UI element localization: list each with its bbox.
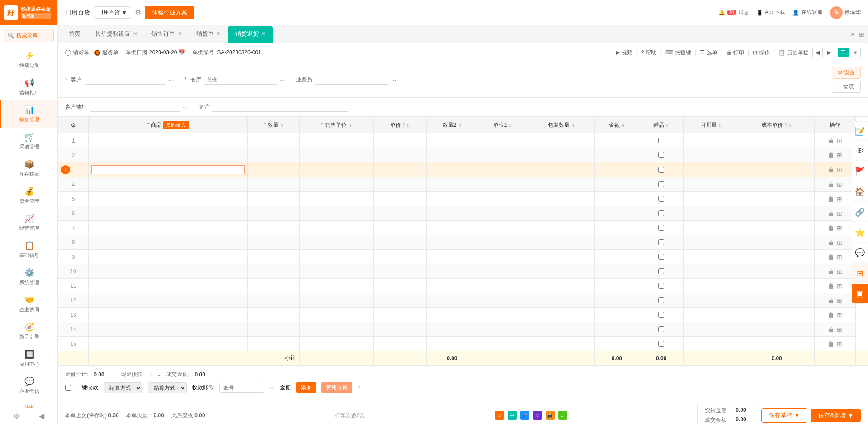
sale-unit-cell[interactable]	[300, 133, 374, 148]
pack-qty-cell[interactable]	[528, 133, 594, 148]
sidebar-item-wechat[interactable]: 💬 企业微信	[0, 372, 57, 399]
select-action[interactable]: ☰ 选单	[700, 49, 717, 57]
qty2-cell[interactable]	[427, 162, 477, 177]
unit-price-cell[interactable]	[373, 162, 427, 177]
right-sidebar-house[interactable]: 🏠	[852, 182, 868, 201]
tab-home[interactable]: 首页	[61, 26, 88, 43]
address-input[interactable]	[90, 102, 180, 112]
user-avatar[interactable]: 头 徐泽华	[830, 6, 861, 19]
operation-action[interactable]: ⊡ 操作	[753, 49, 770, 57]
right-sidebar-table[interactable]: ⊞	[852, 263, 868, 283]
product-cell-active[interactable]	[89, 162, 248, 177]
copy-row-icon[interactable]: ⊞	[837, 224, 842, 232]
tab-sale-order-close[interactable]: ✕	[178, 31, 182, 37]
list-view-btn[interactable]: ☰	[838, 48, 849, 57]
available-cell[interactable]	[684, 162, 739, 177]
amount-cell[interactable]	[594, 162, 639, 177]
radio-sale-input[interactable]	[65, 50, 71, 56]
amount-cell[interactable]	[594, 133, 639, 148]
sale-unit-cell[interactable]	[300, 148, 374, 162]
tab-sale-price[interactable]: 售价提取设置 ✕	[88, 26, 144, 43]
fee-help-icon[interactable]: ?	[358, 385, 360, 391]
prev-record-btn[interactable]: ◀	[812, 48, 823, 57]
pack-qty-cell[interactable]	[528, 162, 594, 177]
qty2-cell[interactable]	[427, 148, 477, 162]
cost-price-cell[interactable]	[739, 162, 815, 177]
copy-row-icon[interactable]: ⊞	[837, 340, 842, 348]
right-sidebar-flag[interactable]: 🚩	[852, 162, 868, 181]
copy-row-icon[interactable]: ⊞	[837, 326, 842, 333]
delete-row-icon[interactable]: 🗑	[828, 253, 834, 261]
installment-help-icon[interactable]: ?	[149, 413, 152, 418]
gift-checkbox[interactable]	[658, 326, 664, 332]
sidebar-item-appstore[interactable]: 🔲 应用中心	[0, 345, 57, 372]
sidebar-item-system[interactable]: ⚙️ 系统管理	[0, 263, 57, 291]
copy-row-icon[interactable]: ⊞	[837, 152, 842, 159]
copy-row-icon[interactable]: ⊞	[837, 239, 842, 246]
account-select-icon[interactable]: ···	[270, 385, 274, 391]
grid-view-btn[interactable]: ⊞	[850, 48, 861, 57]
billing-method-select[interactable]: 结算方式	[104, 382, 142, 393]
discount-help-icon[interactable]: ?	[149, 372, 152, 377]
sidebar-item-vip[interactable]: 👑 畅会员	[0, 399, 57, 408]
gift-checkbox[interactable]	[658, 181, 664, 187]
gift-cell[interactable]	[639, 148, 684, 162]
copy-row-icon[interactable]: ⊞	[837, 181, 842, 188]
help-action[interactable]: ? 帮助	[641, 49, 657, 57]
gift-checkbox[interactable]	[658, 152, 664, 158]
gift-checkbox[interactable]	[658, 225, 664, 231]
settings-button[interactable]: ⚙ 设置	[832, 67, 861, 79]
settings-footer-icon[interactable]: ⚙	[13, 412, 19, 420]
sidebar-item-shortcut[interactable]: ⚡ 快捷导航	[0, 46, 57, 73]
right-sidebar-star[interactable]: ⭐	[852, 223, 868, 242]
gift-checkbox[interactable]	[658, 239, 664, 245]
delete-row-icon[interactable]: 🗑	[828, 297, 834, 304]
sidebar-item-basic[interactable]: 📋 基础信息	[0, 236, 57, 263]
search-menu-button[interactable]: 🔍 搜索菜单	[4, 29, 54, 42]
tab-sale-bill[interactable]: 销货单 ✕	[189, 26, 228, 43]
page-select[interactable]: 日用百货 ▼	[94, 6, 131, 19]
sidebar-item-marketing[interactable]: 📢 营销推广	[0, 73, 57, 100]
qty2-cell[interactable]	[427, 133, 477, 148]
customer-select-icon[interactable]: ···	[169, 76, 174, 83]
copy-row-icon[interactable]: ⊞	[837, 166, 842, 173]
warehouse-input[interactable]	[204, 75, 277, 85]
online-service-link[interactable]: 👤 在线客服	[793, 9, 823, 16]
tab-sale-order[interactable]: 销售订单 ✕	[144, 26, 189, 43]
tab-sale-price-close[interactable]: ✕	[133, 31, 137, 37]
gift-checkbox[interactable]	[658, 268, 664, 274]
one-click-payment-checkbox[interactable]	[65, 385, 71, 391]
sidebar-item-guide[interactable]: 🧭 新手引导	[0, 318, 57, 345]
delete-row-icon[interactable]: 🗑	[828, 282, 834, 290]
gift-cell[interactable]	[639, 162, 684, 177]
copy-row-icon[interactable]: ⊞	[837, 253, 842, 261]
history-action[interactable]: 📋 历史单据	[778, 49, 809, 57]
collapse-footer-icon[interactable]: ◀	[39, 412, 44, 420]
sidebar-item-enterprise[interactable]: 🤝 企业协同	[0, 291, 57, 318]
radio-return-input[interactable]	[94, 50, 100, 56]
delete-row-icon[interactable]: 🗑	[828, 311, 834, 319]
sidebar-item-purchase[interactable]: 🛒 采购管理	[0, 128, 57, 155]
qty-cell[interactable]	[248, 148, 300, 162]
gift-checkbox[interactable]	[658, 297, 664, 303]
app-download-link[interactable]: 📱 App下载	[756, 9, 785, 16]
delete-row-icon[interactable]: 🗑	[828, 181, 834, 188]
tab-sale-bill-close[interactable]: ✕	[217, 31, 221, 37]
delete-row-icon[interactable]: 🗑	[828, 195, 834, 203]
gift-checkbox[interactable]	[658, 312, 664, 318]
add-payment-button[interactable]: 添加	[296, 382, 316, 393]
fee-split-button[interactable]: 费用分摊	[321, 382, 352, 393]
available-cell[interactable]	[684, 148, 739, 162]
copy-row-icon[interactable]: ⊞	[837, 210, 842, 217]
unit2-cell[interactable]	[477, 133, 528, 148]
col-gear[interactable]: ⚙	[58, 117, 89, 133]
right-sidebar-link[interactable]: 🔗	[852, 202, 868, 222]
right-sidebar-orange[interactable]: ▣	[852, 284, 868, 303]
unit2-cell[interactable]	[477, 162, 528, 177]
copy-row-icon[interactable]: ⊞	[837, 311, 842, 319]
right-sidebar-chat[interactable]: 💬	[852, 243, 868, 262]
qty-cell[interactable]	[248, 133, 300, 148]
sidebar-item-inventory[interactable]: 📦 库存核算	[0, 155, 57, 182]
delete-row-icon[interactable]: 🗑	[828, 210, 834, 217]
remark-input[interactable]	[212, 102, 348, 112]
